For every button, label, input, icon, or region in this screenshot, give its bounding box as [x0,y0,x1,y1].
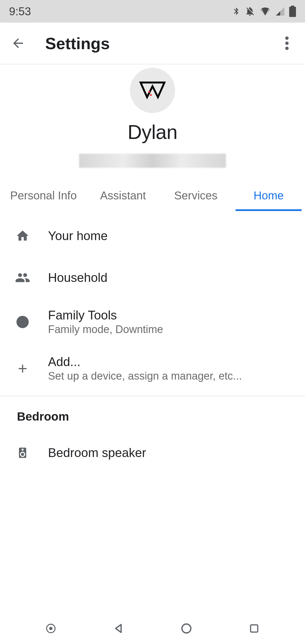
status-time: 9:53 [9,5,31,18]
list-item-label: Household [48,271,107,285]
people-icon [15,270,30,285]
svg-rect-1 [291,6,294,7]
svg-point-8 [50,627,52,630]
app-bar: Settings [0,23,305,64]
avatar-logo-icon [139,80,166,100]
list-item-subtitle: Set up a device, assign a manager, etc..… [48,370,242,382]
more-button[interactable] [277,33,297,53]
list-item-family-tools[interactable]: Family Tools Family mode, Downtime [0,299,305,345]
wifi-icon [259,6,271,16]
tab-services[interactable]: Services [159,185,232,211]
nav-recent-icon [249,623,260,634]
avatar[interactable] [130,68,175,113]
tab-assistant[interactable]: Assistant [87,185,160,211]
status-bar: 9:53 [0,0,305,23]
battery-icon [289,6,296,17]
list-item-label: Bedroom speaker [48,446,146,460]
list-item-add[interactable]: Add... Set up a device, assign a manager… [0,345,305,392]
profile-section: Dylan [0,64,305,173]
tabs: Personal Info Assistant Services Home [0,185,305,211]
section-header-bedroom: Bedroom [0,396,305,430]
svg-rect-0 [289,7,296,17]
svg-point-9 [182,624,191,633]
profile-email-redacted [79,154,226,168]
page-title: Settings [45,34,110,53]
home-list: Your home Household Family Tools Family … [0,211,305,475]
pinwheel-icon [15,315,30,329]
back-button[interactable] [8,33,28,53]
nav-home-icon [180,623,192,634]
nav-back-icon [113,623,125,634]
svg-point-2 [285,36,289,40]
nav-back-button[interactable] [108,618,129,639]
nav-assist-button[interactable] [41,618,61,639]
list-item-label: Your home [48,229,108,243]
plus-icon [16,362,29,375]
arrow-back-icon [11,36,25,51]
list-item-household[interactable]: Household [0,257,305,299]
list-item-label: Family Tools [48,308,163,322]
svg-point-5 [148,91,150,93]
more-vert-icon [285,36,289,50]
cellular-icon [275,6,285,16]
svg-point-6 [150,94,152,96]
nav-home-button[interactable] [176,618,197,639]
tab-home[interactable]: Home [232,185,305,211]
system-nav-bar [0,613,305,644]
list-item-your-home[interactable]: Your home [0,215,305,257]
speaker-icon [16,445,29,461]
bluetooth-icon [232,6,241,17]
svg-point-4 [285,47,289,50]
list-item-label: Add... [48,355,242,369]
nav-recent-button[interactable] [244,618,264,639]
tab-personal-info[interactable]: Personal Info [0,185,87,211]
list-item-bedroom-speaker[interactable]: Bedroom speaker [0,430,305,475]
do-not-disturb-icon [245,6,255,17]
home-icon [16,229,30,243]
status-icons [232,6,296,17]
svg-point-3 [285,42,289,45]
profile-name: Dylan [128,121,177,143]
list-item-subtitle: Family mode, Downtime [48,323,163,336]
nav-assist-icon [45,623,56,634]
svg-rect-10 [250,625,258,632]
